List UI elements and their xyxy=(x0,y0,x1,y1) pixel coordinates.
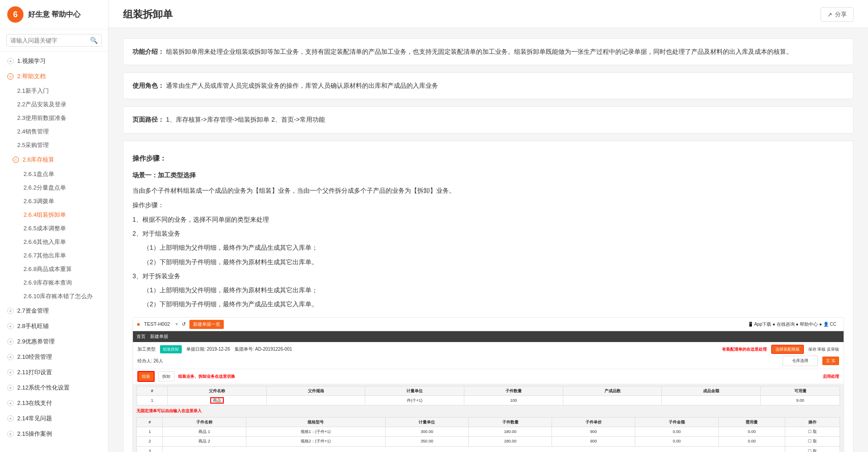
refresh-icon: ↺ xyxy=(182,320,186,329)
lrow1-amount: 0.00 xyxy=(635,427,718,437)
col-qty: 计量单位 xyxy=(365,386,464,395)
row1-cost2 xyxy=(662,396,761,405)
col-cost: 产成品数 xyxy=(563,386,662,395)
sidebar-item-label-2-14: 2.14常见问题 xyxy=(17,414,52,423)
lrow1-ops[interactable]: ☐ 取 xyxy=(785,427,840,437)
row1-unitqty: 100 xyxy=(464,396,563,405)
sidebar-item-2-3[interactable]: 2.3使用前数据准备 xyxy=(0,111,108,125)
plus-icon-2-12: + xyxy=(7,385,14,391)
sidebar-item-2-6-2[interactable]: 2.6.2分量盘点单 xyxy=(0,181,108,195)
lrow1-seq: 1 xyxy=(137,427,163,437)
sidebar-item-2-10[interactable]: + 2.10经营管理 xyxy=(0,349,108,365)
save-draft-btn[interactable]: 保存 审核 反审核 xyxy=(808,346,839,353)
sidebar-item-2-2[interactable]: 2.2产品安装及登录 xyxy=(0,98,108,111)
share-icon: ↗ xyxy=(827,11,832,18)
lrow3-empty xyxy=(163,446,785,452)
lrow2-ops[interactable]: ☐ 取 xyxy=(785,437,840,446)
sidebar-item-label-2-13: 2.13在线支付 xyxy=(17,399,52,407)
sidebar-item-2-14[interactable]: + 2.14常见问题 xyxy=(0,411,108,426)
share-label: 分享 xyxy=(835,10,847,19)
annotation2: 组装业务、拆卸业务在这里切换 xyxy=(178,373,235,380)
goods-input-box[interactable]: 商品 xyxy=(210,397,224,404)
content-body: 功能介绍： 组装拆卸单用来处理企业组装或拆卸等加工业务，支持有固定装配清单的产品… xyxy=(108,28,868,452)
app-icons-area: 📱 App下载 ● 在线咨询 ● 帮助中心 ● 👤 CC xyxy=(748,320,836,328)
form-mid-row: 经办人: 26人 仓库选用 立 实 xyxy=(137,356,839,366)
sidebar: 6 好生意 帮助中心 🔍 + 1.视频学习 − 2.帮助文档 2.1新手入门 2… xyxy=(0,0,108,452)
lcol-qty: 计量单位 xyxy=(385,417,468,427)
plus-icon-2-15: + xyxy=(7,431,14,437)
sidebar-item-2-9[interactable]: + 2.9优惠券管理 xyxy=(0,334,108,349)
sidebar-item-2-8[interactable]: + 2.8手机旺辅 xyxy=(0,319,108,334)
sidebar-item-2[interactable]: − 2.帮助文档 xyxy=(0,69,108,84)
plus-icon-2-7: + xyxy=(7,308,14,314)
lrow1-num: 180.00 xyxy=(469,427,552,437)
plus-icon-2-11: + xyxy=(7,369,14,376)
sidebar-item-2-1[interactable]: 2.1新手入门 xyxy=(0,84,108,98)
sidebar-item-1[interactable]: + 1.视频学习 xyxy=(0,53,108,69)
sidebar-item-2-12[interactable]: + 2.12系统个性化设置 xyxy=(0,380,108,395)
lrow3-ops[interactable]: ☐ 取 xyxy=(785,446,840,452)
sidebar-item-2-13[interactable]: + 2.13在线支付 xyxy=(0,395,108,411)
select-template-btn[interactable]: 选择装配模板 xyxy=(771,345,804,354)
plus-icon-2-13: + xyxy=(7,400,14,406)
upper-table-area: # 父件名称 父件规格 计量单位 子件数量 产成品数 成品金额 可用量 xyxy=(137,386,840,405)
date-label: 单据日期: 2019-12-26 xyxy=(186,345,230,353)
path-label: 页面路径： xyxy=(132,116,164,123)
role-label: 使用角色： xyxy=(132,82,164,89)
assembly-btn[interactable]: 组装 xyxy=(137,371,155,382)
share-button[interactable]: ↗ 分享 xyxy=(821,7,854,22)
search-box[interactable]: 🔍 xyxy=(6,34,102,47)
logo-area: 6 好生意 帮助中心 xyxy=(0,0,108,29)
sidebar-item-2-6-1[interactable]: 2.6.1盘点单 xyxy=(0,167,108,181)
sidebar-item-2-15[interactable]: + 2.15操作案例 xyxy=(0,426,108,442)
path-text: 1、库存核算->库存管理->组装拆卸单 2、首页->常用功能 xyxy=(166,116,325,123)
sidebar-item-2-11[interactable]: + 2.11打印设置 xyxy=(0,365,108,380)
sidebar-item-2-6-7[interactable]: 2.6.7其他出库单 xyxy=(0,249,108,262)
app-topbar: ● TEST-H002 ▾ ↺ 新建单据一览 📱 App下载 ● 在线咨询 ● … xyxy=(133,318,844,331)
role-block: 使用角色： 通常由生产人员或库管人员完成拆装业务的操作，库管人员确认原材料的出库… xyxy=(123,72,854,99)
intro-block: 功能介绍： 组装拆卸单用来处理企业组装或拆卸等加工业务，支持有固定装配清单的产品… xyxy=(123,38,854,65)
sidebar-item-2-6-8[interactable]: 2.6.8商品成本重算 xyxy=(0,262,108,276)
plus-icon-1: + xyxy=(7,58,14,64)
annotation4-area: 无固定清单可以自由输入在这里录入 xyxy=(133,405,844,416)
docid-label: 集团单号: AD-20191226-001 xyxy=(235,345,292,353)
col-spec: 父件规格 xyxy=(266,386,365,395)
app-logo-icon: ● xyxy=(137,319,140,330)
sidebar-item-2-6[interactable]: − 2.6库存核算 xyxy=(0,152,108,167)
sidebar-item-2-6-9[interactable]: 2.6.9库存账本查询 xyxy=(0,276,108,290)
sidebar-item-2-4[interactable]: 2.4销售管理 xyxy=(0,125,108,138)
search-input[interactable] xyxy=(10,37,90,44)
disassembly-btn[interactable]: 拆卸 xyxy=(158,371,175,381)
upper-table: # 父件名称 父件规格 计量单位 子件数量 产成品数 成品金额 可用量 xyxy=(137,386,840,405)
nav-home: 首页 xyxy=(137,333,146,341)
logo-icon: 6 xyxy=(7,6,24,23)
lcol-spec: 规格型号 xyxy=(246,417,385,427)
row1-cost xyxy=(563,396,662,405)
steps-list: 1、根据不同的业务，选择不同单据的类型来处理 2、对于组装业务 （1）上部明细为… xyxy=(132,214,844,310)
confirm-btn[interactable]: 立 实 xyxy=(822,357,839,365)
plus-icon-2-8: + xyxy=(7,323,14,329)
new-btn[interactable]: 新建单据一览 xyxy=(189,320,224,329)
row1-goods: 商品 xyxy=(168,396,267,405)
sidebar-item-label-2-15: 2.15操作案例 xyxy=(17,430,52,438)
search-area[interactable]: 🔍 xyxy=(0,29,108,52)
sidebar-item-2-6-5[interactable]: 2.6.5成本调整单 xyxy=(0,222,108,235)
lrow2-num: 180.00 xyxy=(469,437,552,446)
sidebar-item-2-6-3[interactable]: 2.6.3调拨单 xyxy=(0,195,108,208)
main-content: 组装拆卸单 ↗ 分享 功能介绍： 组装拆卸单用来处理企业组装或拆卸等加工业务，支… xyxy=(108,0,868,452)
minus-icon-2-6: − xyxy=(13,157,19,163)
app-nav-bar: 首页 新建单据 xyxy=(133,331,844,342)
scene1-desc: 当由多个子件材料组装成一个成品的业务为【组装】业务，当由一个父件拆分成多个子产品… xyxy=(132,185,844,197)
steps-intro: 操作步骤： xyxy=(132,199,844,211)
warehouse-input[interactable]: 仓库选用 xyxy=(783,356,818,366)
sidebar-item-2-6-10[interactable]: 2.6.10库存账本错了怎么办 xyxy=(0,290,108,303)
sidebar-item-2-7[interactable]: + 2.7资金管理 xyxy=(0,303,108,319)
step-2-sub2: （2）下部明细为子件明细，最终作为原材料生成其它出库单。 xyxy=(143,257,844,268)
screenshot-container: ● TEST-H002 ▾ ↺ 新建单据一览 📱 App下载 ● 在线咨询 ● … xyxy=(132,317,844,452)
sidebar-item-2-6-4[interactable]: 2.6.4组装拆卸单 xyxy=(0,208,108,222)
lcol-name: 子件名称 xyxy=(163,417,246,427)
sidebar-item-2-6-6[interactable]: 2.6.6其他入库单 xyxy=(0,235,108,249)
sidebar-item-2-5[interactable]: 2.5采购管理 xyxy=(0,138,108,152)
form-type-label: 加工类型 xyxy=(137,345,156,353)
lrow2-unit: 900 xyxy=(552,437,635,446)
